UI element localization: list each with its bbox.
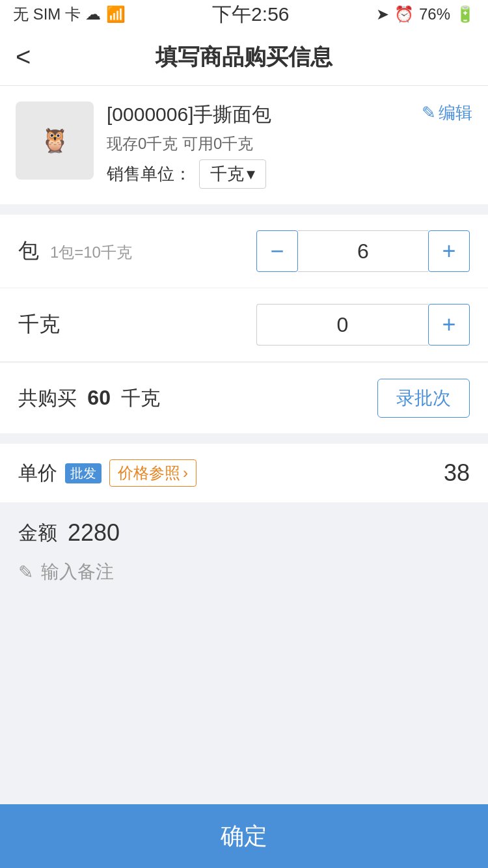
amount-row: 金额 2280 <box>18 519 470 547</box>
kg-label: 千克 <box>18 310 256 339</box>
amount-value: 2280 <box>68 519 120 547</box>
bao-hint: 1包=10千克 <box>50 243 132 261</box>
battery-icon: 🔋 <box>455 5 475 23</box>
total-amount: 60 <box>87 386 111 409</box>
chevron-down-icon: ▾ <box>247 164 255 184</box>
kg-qty-row: 千克 + <box>0 288 488 362</box>
price-section: 单价 批发 价格参照 › 38 <box>0 444 488 502</box>
product-name: [0000006]手撕面包 <box>107 102 472 128</box>
edit-icon: ✎ <box>422 103 436 123</box>
status-right: ➤ ⏰ 76% 🔋 <box>376 5 475 23</box>
back-button[interactable]: < <box>16 42 31 72</box>
bao-label: 包 1包=10千克 <box>18 237 256 265</box>
price-row: 单价 批发 价格参照 › 38 <box>18 459 470 487</box>
amount-label: 金额 <box>18 520 57 547</box>
kg-qty-input[interactable] <box>256 304 428 346</box>
alarm-icon: ⏰ <box>394 5 414 23</box>
battery-level: 76% <box>419 5 450 23</box>
confirm-button[interactable]: 确定 <box>0 804 488 868</box>
amount-section: 金额 2280 ✎ 输入备注 <box>0 504 488 600</box>
product-thumb-icon: 🦉 <box>40 127 70 154</box>
status-left: 无 SIM 卡 ☁ 📶 <box>13 4 126 25</box>
product-thumbnail: 🦉 <box>16 102 94 180</box>
page-title: 填写商品购买信息 <box>156 42 332 72</box>
bao-plus-button[interactable]: + <box>428 230 470 272</box>
bao-qty-input[interactable] <box>298 230 428 272</box>
price-reference-button[interactable]: 价格参照 › <box>109 459 197 487</box>
unit-label: 销售单位： <box>107 163 191 185</box>
location-icon: ➤ <box>376 5 389 23</box>
nav-bar: < 填写商品购买信息 <box>0 29 488 86</box>
bao-qty-control: − + <box>256 230 470 272</box>
edit-button[interactable]: ✎ 编辑 <box>422 102 472 124</box>
quantity-section: 包 1包=10千克 − + 千克 + <box>0 215 488 362</box>
bottom-filler <box>0 600 488 795</box>
bao-minus-button[interactable]: − <box>256 230 298 272</box>
kg-plus-button[interactable]: + <box>428 304 470 346</box>
total-label: 共购买 60 千克 <box>18 385 160 412</box>
kg-qty-control: + <box>256 304 470 346</box>
remark-row[interactable]: ✎ 输入备注 <box>18 560 470 584</box>
unit-select[interactable]: 千克 ▾ <box>199 159 266 189</box>
remark-placeholder[interactable]: 输入备注 <box>41 560 114 584</box>
record-batch-button[interactable]: 录批次 <box>377 379 470 418</box>
bao-qty-row: 包 1包=10千克 − + <box>0 215 488 288</box>
product-card: 🦉 [0000006]手撕面包 现存0千克 可用0千克 销售单位： 千克 ▾ ✎… <box>0 86 488 204</box>
status-time: 下午2:56 <box>212 1 289 28</box>
status-bar: 无 SIM 卡 ☁ 📶 下午2:56 ➤ ⏰ 76% 🔋 <box>0 0 488 29</box>
price-value: 38 <box>444 459 470 487</box>
sim-status: 无 SIM 卡 ☁ <box>13 4 101 25</box>
pencil-icon: ✎ <box>18 562 33 583</box>
total-row: 共购买 60 千克 录批次 <box>0 363 488 433</box>
chevron-right-icon: › <box>183 464 188 482</box>
wifi-icon: 📶 <box>106 5 126 23</box>
product-info: [0000006]手撕面包 现存0千克 可用0千克 销售单位： 千克 ▾ <box>107 102 472 189</box>
price-label: 单价 <box>18 460 57 487</box>
price-label-group: 单价 批发 价格参照 › <box>18 459 197 487</box>
wholesale-badge: 批发 <box>65 463 102 483</box>
product-stock: 现存0千克 可用0千克 <box>107 133 472 154</box>
product-unit-row: 销售单位： 千克 ▾ <box>107 159 472 189</box>
